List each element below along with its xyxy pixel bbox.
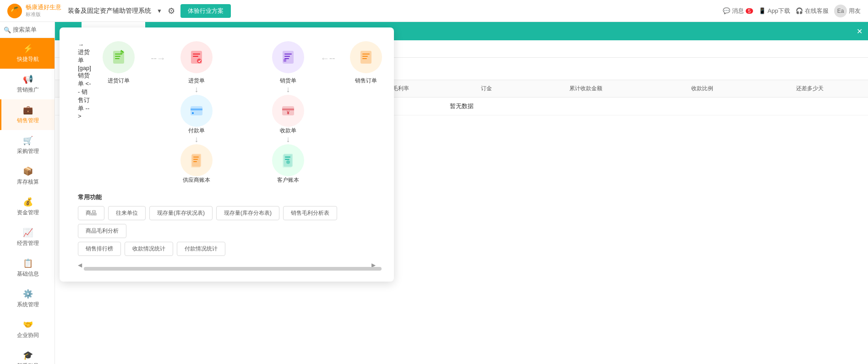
purchase-icon: 🛒 <box>23 136 33 146</box>
flow-node-khzb[interactable]: ↓ 客户账本 <box>261 135 316 185</box>
sidebar-item-newbie[interactable]: 🎓 新手引导 <box>0 345 55 364</box>
sidebar-item-label: 库存核算 <box>17 178 39 186</box>
sidebar-item-label: 采购管理 <box>17 147 39 155</box>
search-label: 搜索菜单 <box>13 26 37 34</box>
search-icon: 🔍 <box>4 27 11 33</box>
common-functions-row-1: 商品 往来单位 现存量(库存状况表) 现存量(库存分布表) 销售毛利分析表 商品… <box>78 206 376 238</box>
xhd-label: 销货单 <box>280 77 296 85</box>
svg-rect-17 <box>191 106 202 115</box>
cf-btn-product[interactable]: 商品 <box>78 206 104 220</box>
svg-rect-1 <box>115 54 122 54</box>
sidebar-item-operation[interactable]: 📈 经营管理 <box>0 222 55 253</box>
sidebar-item-marketing[interactable]: 📢 营销推广 <box>0 69 55 99</box>
message-badge: 5 <box>746 8 753 14</box>
user-label: 用友 <box>849 7 861 15</box>
svg-rect-12 <box>284 59 286 62</box>
svg-point-32 <box>286 160 290 164</box>
svg-text:¥: ¥ <box>286 110 289 115</box>
sidebar-item-inventory[interactable]: 📦 库存核算 <box>0 161 55 191</box>
flow-node-xh-order[interactable]: 销售订单 <box>338 41 393 85</box>
scroll-left-arrow[interactable]: ◀ <box>78 262 82 268</box>
fkd-circle <box>180 95 213 127</box>
tab-close-all-icon[interactable]: ✕ <box>857 27 863 36</box>
online-service-label: 在线客服 <box>805 7 829 15</box>
settings-icon[interactable]: ⚙ <box>168 6 175 16</box>
finance-icon: 💰 <box>23 197 33 207</box>
top-bar: 🍊 畅康通好生意 标准版 装备及固定资产辅助管理系统 ▼ ⚙ 体验行业方案 💬 … <box>0 0 868 22</box>
quicknav-icon: ⚡ <box>23 43 33 54</box>
sidebar-item-basic[interactable]: 📋 基础信息 <box>0 253 55 283</box>
col-accumulated-payment: 累计收款金额 <box>519 80 652 98</box>
logo-icon: 🍊 <box>7 4 22 18</box>
popup-scrollbar[interactable] <box>84 267 370 271</box>
cf-btn-sales-rank[interactable]: 销售排行榜 <box>78 242 121 256</box>
svg-rect-13 <box>360 51 371 64</box>
sidebar-item-sales[interactable]: 💼 销售管理 <box>0 99 55 130</box>
xhd-circle <box>272 41 304 73</box>
flow-node-jhd-order[interactable]: 进货订单 <box>91 41 146 85</box>
message-label: 消息 <box>732 7 744 15</box>
cf-btn-product-profit[interactable]: 商品毛利分析 <box>78 224 126 238</box>
user-avatar: Ea <box>834 5 847 17</box>
svg-rect-11 <box>284 58 289 59</box>
arrow-down-fkd: ↓ <box>194 85 198 95</box>
svg-rect-2 <box>115 56 120 57</box>
sales-icon: 💼 <box>23 105 33 115</box>
cf-btn-payment-stats[interactable]: 收款情况统计 <box>125 242 173 256</box>
message-btn[interactable]: 💬 消息 5 <box>723 7 753 15</box>
svg-rect-25 <box>193 157 199 158</box>
cf-btn-stock-status[interactable]: 现存量(库存状况表) <box>149 206 213 220</box>
sidebar-item-system[interactable]: ⚙️ 系统管理 <box>0 283 55 314</box>
svg-rect-27 <box>193 161 197 162</box>
sidebar-search[interactable]: 🔍 搜索菜单 <box>0 22 55 38</box>
svg-point-7 <box>197 59 202 63</box>
sidebar-item-finance[interactable]: 💰 资金管理 <box>0 191 55 222</box>
skd-label: 收款单 <box>280 127 296 135</box>
cf-btn-stock-dist[interactable]: 现存量(库存分布表) <box>216 206 279 220</box>
svg-rect-5 <box>193 54 200 54</box>
jhd-order-circle <box>103 41 135 73</box>
col-payment-ratio: 收款比例 <box>652 80 752 98</box>
svg-rect-9 <box>284 54 292 54</box>
flow-diagram: → 进货单 [gap] 销货单 <-- 销售订单 --> 进货订单 - - → <box>78 41 376 184</box>
jhd-circle <box>180 41 213 73</box>
cf-btn-counterpart[interactable]: 往来单位 <box>108 206 146 220</box>
cf-btn-expenditure-stats[interactable]: 付款情况统计 <box>177 242 225 256</box>
user-btn[interactable]: Ea 用友 <box>834 5 861 17</box>
popup-scroll-row: ◀ ▶ <box>78 260 376 271</box>
arrow-down-gysmzb: ↓ <box>194 135 198 145</box>
sidebar-item-label: 经营管理 <box>17 239 39 247</box>
online-service-btn[interactable]: 🎧 在线客服 <box>796 7 829 15</box>
flow-grid: 进货订单 - - → 进货单 销货单 <box>91 41 393 184</box>
svg-rect-18 <box>191 109 202 110</box>
flow-node-xhd[interactable]: 销货单 <box>261 41 316 85</box>
exp-btn[interactable]: 体验行业方案 <box>180 4 231 18</box>
svg-rect-3 <box>115 58 120 59</box>
arrow-down-skd: ↓ <box>286 85 290 95</box>
gysmzb-circle <box>180 144 213 176</box>
svg-rect-30 <box>285 157 290 158</box>
sidebar-item-purchase[interactable]: 🛒 采购管理 <box>0 130 55 161</box>
skd-circle: ¥ <box>272 95 304 127</box>
sidebar-item-label: 资金管理 <box>17 209 39 217</box>
col-days-remaining: 还差多少天 <box>752 80 868 98</box>
app-download-btn[interactable]: 📱 App下载 <box>759 7 790 15</box>
flow-node-skd[interactable]: ↓ ¥ 收款单 <box>261 85 316 135</box>
dropdown-arrow[interactable]: ▼ <box>157 8 162 14</box>
arrow-down-khzb: ↓ <box>286 135 290 145</box>
jhd-label: 进货单 <box>188 77 205 85</box>
arrow-jhd-order-to-jhd: - - → <box>146 53 169 73</box>
sidebar-item-quicknav[interactable]: ⚡ 快捷导航 <box>0 38 55 69</box>
system-title: 装备及固定资产辅助管理系统 <box>68 7 151 15</box>
sidebar-item-label: 销售管理 <box>17 117 39 125</box>
flow-node-fkd[interactable]: ↓ 付款单 <box>169 85 224 135</box>
flow-node-jhd[interactable]: 进货单 <box>169 41 224 85</box>
xh-order-label: 销售订单 <box>355 77 377 85</box>
flow-node-gysmzb[interactable]: ↓ 供应商账本 <box>169 135 224 185</box>
cf-btn-sales-profit[interactable]: 销售毛利分析表 <box>283 206 337 220</box>
common-functions-title: 常用功能 <box>78 193 376 201</box>
logo-text: 畅康通好生意 <box>26 4 61 11</box>
basic-icon: 📋 <box>23 258 33 268</box>
sidebar-item-collab[interactable]: 🤝 企业协同 <box>0 314 55 345</box>
jhd-order-label: 进货订单 <box>108 77 130 85</box>
